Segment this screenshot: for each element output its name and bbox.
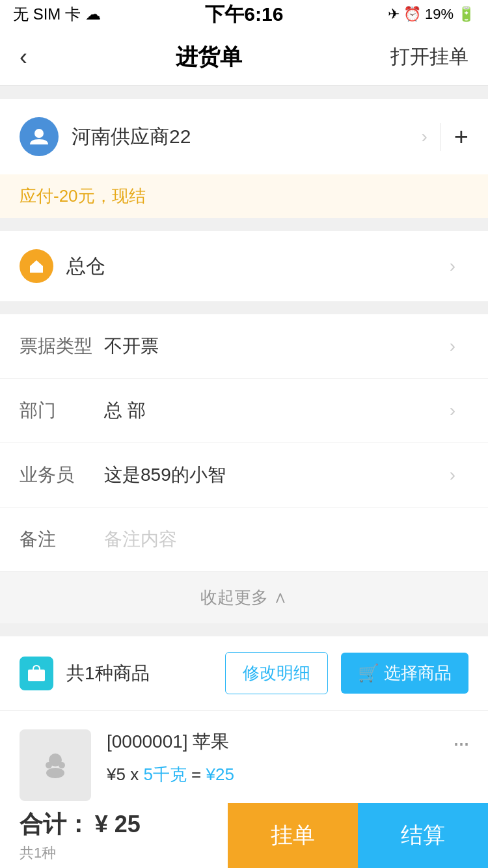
product-price-line: ¥5 x 5千克 = ¥25 bbox=[107, 763, 437, 786]
total-amount-line: 合计： ¥ 25 bbox=[20, 809, 208, 841]
svg-rect-2 bbox=[28, 670, 45, 681]
status-right: ✈ ⏰ 19% 🔋 bbox=[388, 6, 475, 23]
gap-2 bbox=[0, 218, 488, 231]
checkout-button[interactable]: 结算 bbox=[358, 803, 488, 868]
department-row[interactable]: 部门 总 部 › bbox=[0, 378, 488, 442]
salesperson-value: 这是859的小智 bbox=[104, 463, 450, 487]
status-left: 无 SIM 卡 ☁ bbox=[13, 4, 101, 25]
invoice-type-value: 不开票 bbox=[104, 334, 450, 359]
more-options-button[interactable]: ··· bbox=[453, 729, 468, 757]
gap-1 bbox=[0, 86, 488, 99]
remark-row[interactable]: 备注 备注内容 bbox=[0, 507, 488, 571]
products-card: 共1种商品 修改明细 🛒 选择商品 [0000001] 苹果 ¥5 x bbox=[0, 636, 488, 819]
salesperson-row[interactable]: 业务员 这是859的小智 › bbox=[0, 442, 488, 507]
svg-point-6 bbox=[59, 762, 65, 768]
open-pending-button[interactable]: 打开挂单 bbox=[390, 44, 468, 70]
product-title: 苹果 bbox=[193, 731, 229, 752]
unit-price: ¥5 bbox=[107, 765, 126, 784]
invoice-chevron-icon: › bbox=[450, 336, 455, 357]
suspend-button[interactable]: 挂单 bbox=[228, 803, 358, 868]
salesperson-label: 业务员 bbox=[20, 463, 104, 487]
warehouse-card: 总仓 › bbox=[0, 231, 488, 301]
cart-icon: 🛒 bbox=[358, 663, 379, 683]
form-card: 票据类型 不开票 › 部门 总 部 › 业务员 这是859的小智 › 备注 备注… bbox=[0, 314, 488, 623]
location-icon: ✈ bbox=[388, 6, 400, 23]
chevron-right-icon: › bbox=[421, 126, 427, 147]
checkout-label: 结算 bbox=[401, 821, 445, 850]
invoice-type-row[interactable]: 票据类型 不开票 › bbox=[0, 314, 488, 378]
multiply-sign: x bbox=[130, 765, 143, 784]
department-label: 部门 bbox=[20, 398, 104, 423]
product-code: [0000001] bbox=[107, 731, 188, 752]
department-value: 总 部 bbox=[104, 398, 450, 423]
product-header-icon bbox=[20, 657, 53, 690]
product-info: [0000001] 苹果 ¥5 x 5千克 = ¥25 bbox=[107, 729, 437, 786]
total-count: 共1种 bbox=[20, 843, 208, 863]
svg-point-0 bbox=[34, 129, 44, 138]
quantity: 5千克 bbox=[143, 765, 186, 784]
supplier-row[interactable]: 河南供应商22 › + bbox=[0, 99, 488, 174]
invoice-type-label: 票据类型 bbox=[20, 334, 104, 359]
subtotal: ¥25 bbox=[206, 765, 234, 784]
remark-input[interactable]: 备注内容 bbox=[104, 527, 468, 552]
suspend-label: 挂单 bbox=[271, 821, 315, 850]
status-bar: 无 SIM 卡 ☁ 下午6:16 ✈ ⏰ 19% 🔋 bbox=[0, 0, 488, 29]
select-product-button[interactable]: 🛒 选择商品 bbox=[341, 653, 468, 694]
page-title: 进货单 bbox=[176, 42, 242, 72]
svg-point-5 bbox=[46, 762, 52, 768]
signal-text: 无 SIM 卡 ☁ bbox=[13, 4, 101, 25]
status-time: 下午6:16 bbox=[205, 1, 283, 28]
warehouse-row[interactable]: 总仓 › bbox=[0, 231, 488, 301]
product-count-label: 共1种商品 bbox=[66, 661, 212, 686]
supplier-card: 河南供应商22 › + 应付-20元，现结 bbox=[0, 99, 488, 218]
alarm-icon: ⏰ bbox=[403, 6, 421, 23]
dept-chevron-icon: › bbox=[450, 400, 455, 421]
select-product-label: 选择商品 bbox=[384, 662, 452, 685]
product-name: [0000001] 苹果 bbox=[107, 729, 437, 754]
collapse-button[interactable]: 收起更多 ∧ bbox=[0, 571, 488, 623]
svg-rect-1 bbox=[34, 268, 38, 273]
battery-text: 19% bbox=[425, 6, 454, 23]
edit-detail-button[interactable]: 修改明细 bbox=[225, 652, 328, 694]
total-amount: ¥ 25 bbox=[95, 811, 141, 837]
product-thumbnail bbox=[20, 729, 91, 801]
sales-chevron-icon: › bbox=[450, 465, 455, 485]
warehouse-icon bbox=[20, 249, 53, 283]
gap-3 bbox=[0, 301, 488, 314]
warehouse-chevron-icon: › bbox=[450, 256, 455, 277]
footer-bar: 合计： ¥ 25 共1种 挂单 结算 bbox=[0, 803, 488, 868]
nav-bar: ‹ 进货单 打开挂单 bbox=[0, 29, 488, 86]
footer-total: 合计： ¥ 25 共1种 bbox=[0, 803, 228, 868]
equals-sign: = bbox=[191, 765, 206, 784]
add-supplier-button[interactable]: + bbox=[441, 123, 468, 151]
svg-point-4 bbox=[46, 768, 64, 778]
supplier-avatar bbox=[20, 117, 59, 156]
supplier-name: 河南供应商22 bbox=[72, 124, 421, 150]
battery-icon: 🔋 bbox=[457, 6, 475, 23]
total-label: 合计： bbox=[20, 811, 90, 837]
product-header: 共1种商品 修改明细 🛒 选择商品 bbox=[0, 636, 488, 711]
supplier-notice: 应付-20元，现结 bbox=[0, 174, 488, 218]
gap-4 bbox=[0, 623, 488, 636]
remark-label: 备注 bbox=[20, 527, 104, 552]
warehouse-name: 总仓 bbox=[66, 253, 450, 280]
back-button[interactable]: ‹ bbox=[20, 44, 27, 71]
